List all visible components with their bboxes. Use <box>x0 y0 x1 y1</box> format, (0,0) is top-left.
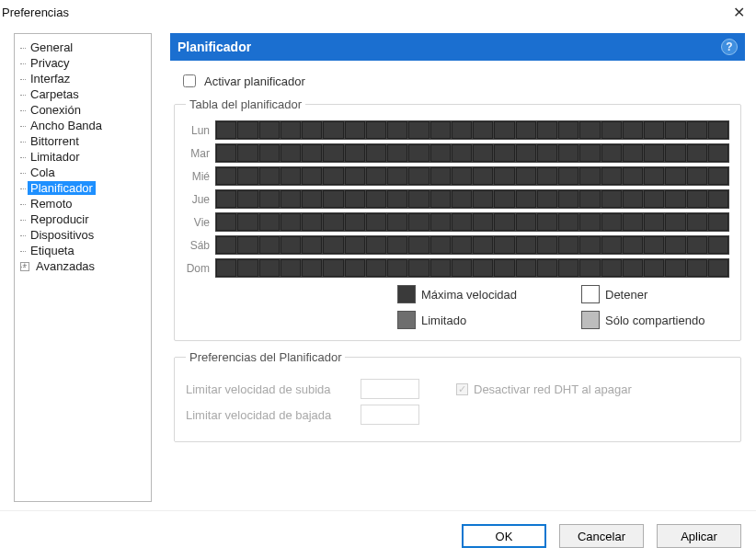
schedule-cell[interactable] <box>644 121 664 139</box>
schedule-cell[interactable] <box>259 167 280 185</box>
schedule-cell[interactable] <box>494 236 514 254</box>
schedule-cell[interactable] <box>408 213 429 231</box>
tree-item-planificador[interactable]: Planificador <box>17 180 151 196</box>
schedule-cell[interactable] <box>216 259 236 277</box>
schedule-cell[interactable] <box>452 144 472 162</box>
schedule-cell[interactable] <box>665 121 685 139</box>
schedule-cell[interactable] <box>323 236 343 254</box>
schedule-cell[interactable] <box>601 236 622 254</box>
schedule-cell[interactable] <box>708 213 728 231</box>
schedule-cell[interactable] <box>323 213 343 231</box>
schedule-cell[interactable] <box>259 259 280 277</box>
schedule-cell[interactable] <box>665 213 685 231</box>
schedule-cell[interactable] <box>708 236 728 254</box>
schedule-cell[interactable] <box>259 236 280 254</box>
tree-item-interfaz[interactable]: Interfaz <box>17 71 151 86</box>
schedule-cell[interactable] <box>259 121 280 139</box>
schedule-cell[interactable] <box>708 167 728 185</box>
schedule-cell[interactable] <box>387 121 407 139</box>
schedule-cell[interactable] <box>345 144 365 162</box>
schedule-cell[interactable] <box>216 167 236 185</box>
schedule-cell[interactable] <box>366 236 386 254</box>
schedule-cell[interactable] <box>237 121 258 139</box>
schedule-cell[interactable] <box>687 144 707 162</box>
schedule-cell[interactable] <box>387 144 407 162</box>
schedule-cell[interactable] <box>473 213 493 231</box>
schedule-cell[interactable] <box>623 167 643 185</box>
schedule-cell[interactable] <box>537 236 557 254</box>
schedule-cell[interactable] <box>537 144 557 162</box>
legend-max-speed[interactable]: Máxima velocidad <box>397 285 535 303</box>
schedule-cell[interactable] <box>473 167 493 185</box>
schedule-cell[interactable] <box>366 213 386 231</box>
schedule-cell[interactable] <box>473 259 493 277</box>
schedule-cell[interactable] <box>387 213 407 231</box>
schedule-cell[interactable] <box>579 144 600 162</box>
schedule-cell[interactable] <box>644 259 664 277</box>
schedule-cell[interactable] <box>579 121 600 139</box>
schedule-cell[interactable] <box>302 167 322 185</box>
schedule-cell[interactable] <box>452 167 472 185</box>
schedule-cell[interactable] <box>579 259 600 277</box>
schedule-cell[interactable] <box>623 259 643 277</box>
schedule-cell[interactable] <box>452 259 472 277</box>
schedule-cell[interactable] <box>281 144 301 162</box>
schedule-cell[interactable] <box>387 190 407 208</box>
schedule-cell[interactable] <box>345 121 365 139</box>
schedule-cell[interactable] <box>665 236 685 254</box>
tree-item-carpetas[interactable]: Carpetas <box>17 86 151 102</box>
tree-item-reproducir[interactable]: Reproducir <box>17 211 151 227</box>
apply-button[interactable]: Aplicar <box>657 524 741 548</box>
schedule-cell[interactable] <box>516 236 536 254</box>
tree-item-avanzadas[interactable]: +Avanzadas <box>17 258 151 274</box>
schedule-cell[interactable] <box>665 259 685 277</box>
schedule-cell[interactable] <box>366 167 386 185</box>
schedule-cell[interactable] <box>558 236 578 254</box>
schedule-cell[interactable] <box>452 121 472 139</box>
schedule-cell[interactable] <box>473 190 493 208</box>
schedule-cell[interactable] <box>623 144 643 162</box>
schedule-cell[interactable] <box>601 121 622 139</box>
schedule-cell[interactable] <box>259 213 280 231</box>
schedule-cell[interactable] <box>216 121 236 139</box>
schedule-cell[interactable] <box>408 236 429 254</box>
schedule-cell[interactable] <box>687 121 707 139</box>
schedule-cell[interactable] <box>623 121 643 139</box>
schedule-cell[interactable] <box>387 236 407 254</box>
schedule-cell[interactable] <box>537 213 557 231</box>
schedule-cell[interactable] <box>516 167 536 185</box>
schedule-cell[interactable] <box>302 190 322 208</box>
enable-scheduler-input[interactable] <box>183 74 196 87</box>
schedule-cell[interactable] <box>366 121 386 139</box>
schedule-cell[interactable] <box>366 190 386 208</box>
schedule-cell[interactable] <box>665 190 685 208</box>
schedule-cell[interactable] <box>237 259 258 277</box>
schedule-cell[interactable] <box>516 144 536 162</box>
schedule-cell[interactable] <box>408 190 429 208</box>
schedule-cell[interactable] <box>579 167 600 185</box>
schedule-cell[interactable] <box>302 259 322 277</box>
schedule-cell[interactable] <box>452 213 472 231</box>
tree-item-limitador[interactable]: Limitador <box>17 149 151 165</box>
schedule-cell[interactable] <box>708 259 728 277</box>
schedule-cell[interactable] <box>644 144 664 162</box>
schedule-cell[interactable] <box>259 144 280 162</box>
schedule-cell[interactable] <box>665 144 685 162</box>
schedule-cell[interactable] <box>430 190 451 208</box>
tree-item-etiqueta[interactable]: Etiqueta <box>17 243 151 258</box>
schedule-cell[interactable] <box>408 121 429 139</box>
expand-icon[interactable]: + <box>20 262 29 271</box>
ok-button[interactable]: OK <box>462 524 546 548</box>
legend-seed-only[interactable]: Sólo compartiendo <box>581 311 719 329</box>
schedule-cell[interactable] <box>237 144 258 162</box>
schedule-cell[interactable] <box>216 213 236 231</box>
schedule-cell[interactable] <box>537 259 557 277</box>
schedule-cell[interactable] <box>687 213 707 231</box>
schedule-cell[interactable] <box>473 236 493 254</box>
schedule-cell[interactable] <box>323 190 343 208</box>
schedule-cell[interactable] <box>408 167 429 185</box>
schedule-cell[interactable] <box>345 213 365 231</box>
schedule-cell[interactable] <box>644 236 664 254</box>
schedule-cell[interactable] <box>430 144 451 162</box>
schedule-cell[interactable] <box>281 259 301 277</box>
